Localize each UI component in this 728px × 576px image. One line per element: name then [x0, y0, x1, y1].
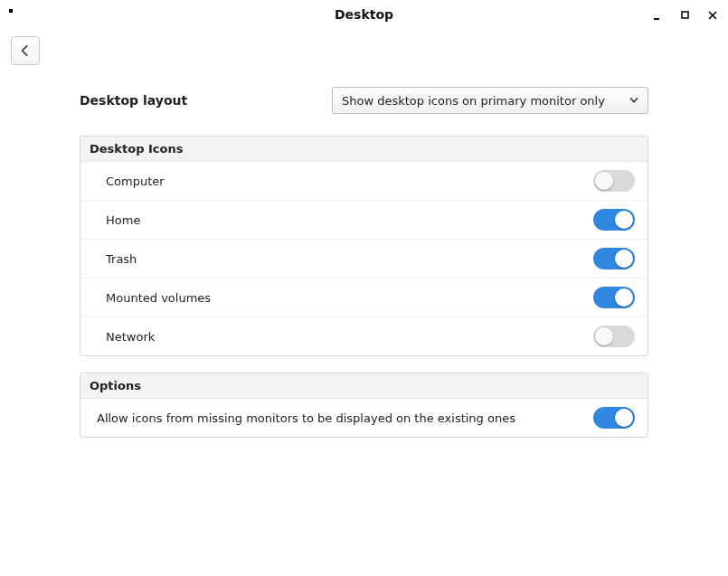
icons-row-label: Network — [106, 330, 593, 344]
titlebar: Desktop — [0, 0, 728, 29]
chevron-down-icon — [629, 94, 638, 108]
icons-row: Network — [80, 316, 648, 355]
icons-row: Mounted volumes — [80, 278, 648, 316]
toolbar — [0, 29, 728, 65]
icons-row-label: Mounted volumes — [106, 291, 593, 305]
maximize-button[interactable] — [681, 9, 690, 18]
switch-knob — [615, 288, 633, 307]
layout-dropdown[interactable]: Show desktop icons on primary monitor on… — [332, 87, 648, 114]
window-title: Desktop — [9, 7, 719, 22]
switch-knob — [615, 409, 633, 427]
toggle-trash[interactable] — [593, 248, 635, 269]
switch-knob — [615, 211, 633, 229]
layout-label: Desktop layout — [80, 93, 187, 108]
switch-knob — [595, 172, 613, 190]
options-row-label: Allow icons from missing monitors to be … — [97, 411, 593, 425]
toggle-missing-monitors[interactable] — [593, 407, 635, 429]
options-header: Options — [80, 373, 648, 399]
toggle-computer[interactable] — [593, 170, 635, 192]
icons-row: Home — [80, 200, 648, 239]
icons-row-label: Computer — [106, 175, 593, 188]
icons-row: Trash — [80, 239, 648, 278]
content: Desktop layout Show desktop icons on pri… — [0, 65, 728, 438]
layout-dropdown-value: Show desktop icons on primary monitor on… — [342, 94, 605, 108]
toggle-mounted-volumes[interactable] — [593, 287, 635, 308]
layout-row: Desktop layout Show desktop icons on pri… — [80, 87, 648, 114]
titlebar-menu[interactable] — [9, 9, 13, 13]
switch-knob — [595, 327, 613, 345]
icons-row-label: Home — [106, 213, 593, 227]
toggle-network[interactable] — [593, 326, 635, 347]
chevron-left-icon — [19, 44, 32, 57]
menu-icon — [9, 9, 13, 13]
svg-rect-1 — [682, 12, 688, 18]
options-row: Allow icons from missing monitors to be … — [80, 399, 648, 437]
options-panel: Options Allow icons from missing monitor… — [80, 373, 648, 438]
back-button[interactable] — [11, 36, 40, 65]
icons-row: Computer — [80, 162, 648, 200]
switch-knob — [615, 250, 633, 268]
svg-rect-0 — [654, 18, 659, 20]
desktop-icons-panel: Desktop Icons ComputerHomeTrashMounted v… — [80, 136, 648, 356]
desktop-icons-header: Desktop Icons — [80, 137, 648, 162]
close-button[interactable] — [708, 9, 717, 18]
toggle-home[interactable] — [593, 209, 635, 231]
minimize-button[interactable] — [654, 9, 663, 18]
icons-row-label: Trash — [106, 252, 593, 266]
